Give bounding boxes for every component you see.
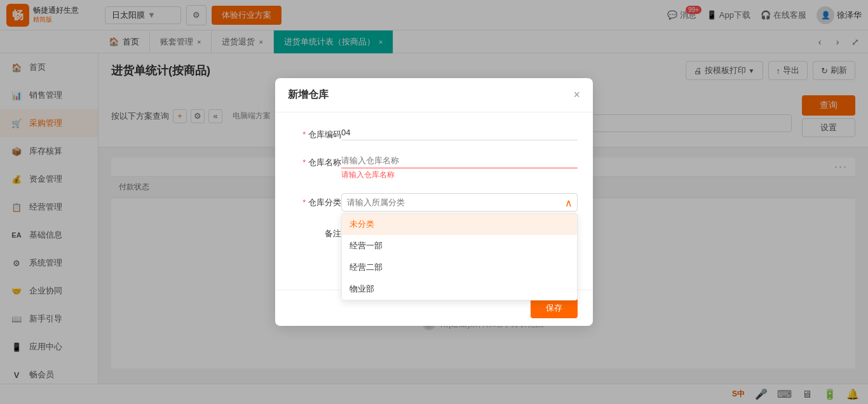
modal-body: 仓库编码 仓库名称 请输入仓库名称 仓库分类 ∧ bbox=[275, 112, 593, 290]
name-error-msg: 请输入仓库名称 bbox=[341, 170, 578, 180]
dropdown-item-uncategorized[interactable]: 未分类 bbox=[342, 213, 577, 235]
name-field-wrap: 请输入仓库名称 bbox=[341, 153, 578, 180]
form-row-code: 仓库编码 bbox=[290, 125, 578, 140]
dropdown-item-dept1[interactable]: 经营一部 bbox=[342, 235, 577, 257]
modal-header: 新增仓库 × bbox=[275, 78, 593, 112]
dropdown-item-dept2[interactable]: 经营二部 bbox=[342, 257, 577, 278]
modal-close-button[interactable]: × bbox=[573, 88, 580, 102]
category-input[interactable] bbox=[341, 193, 578, 212]
name-label: 仓库名称 bbox=[290, 153, 341, 168]
category-dropdown: 未分类 经营一部 经营二部 物业部 bbox=[341, 213, 578, 300]
code-field-wrap bbox=[341, 125, 578, 140]
form-row-category: 仓库分类 ∧ 未分类 经营一部 经营二部 物业部 bbox=[290, 193, 578, 212]
add-warehouse-modal: 新增仓库 × 仓库编码 仓库名称 请输入仓库名称 仓库分类 bbox=[275, 78, 593, 326]
code-label: 仓库编码 bbox=[290, 125, 341, 140]
category-field-wrap: ∧ 未分类 经营一部 经营二部 物业部 bbox=[341, 193, 578, 212]
form-row-name: 仓库名称 请输入仓库名称 bbox=[290, 153, 578, 180]
save-button[interactable]: 保存 bbox=[531, 298, 578, 318]
note-label: 备注 bbox=[290, 224, 341, 239]
warehouse-code-input[interactable] bbox=[341, 125, 578, 140]
modal-title: 新增仓库 bbox=[288, 88, 329, 102]
dropdown-item-dept3[interactable]: 物业部 bbox=[342, 278, 577, 300]
modal-overlay: 新增仓库 × 仓库编码 仓库名称 请输入仓库名称 仓库分类 bbox=[0, 0, 868, 404]
category-label: 仓库分类 bbox=[290, 193, 341, 208]
warehouse-name-input[interactable] bbox=[341, 153, 578, 168]
category-select[interactable]: ∧ bbox=[341, 193, 578, 212]
